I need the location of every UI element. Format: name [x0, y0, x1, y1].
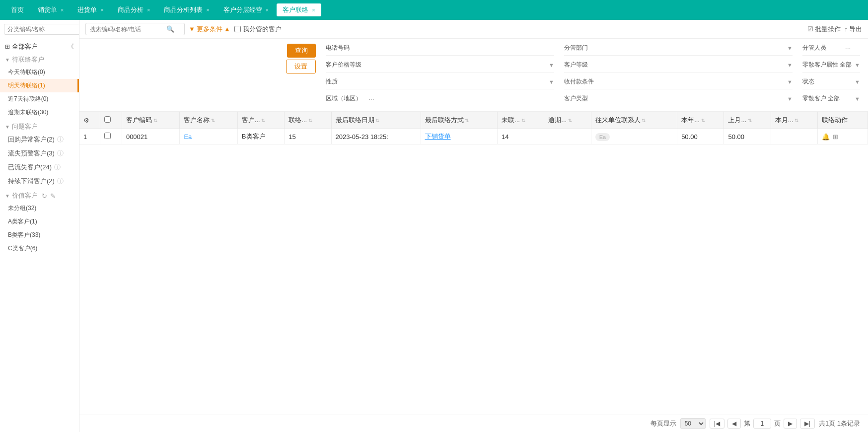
cell-last-method[interactable]: 下销货单 [421, 129, 497, 144]
nav-analysis-list[interactable]: 商品分析列表 × [158, 3, 215, 16]
action-bell-icon[interactable]: 🔔 [822, 133, 830, 141]
filter-payment-select[interactable]: ▼ [607, 79, 793, 85]
first-page-btn[interactable]: |◀ [710, 419, 724, 429]
col-type[interactable]: 客户... [237, 112, 284, 129]
filter-search-icon[interactable]: 🔍 [166, 25, 174, 33]
col-contact-person[interactable]: 往来单位联系人 [591, 112, 677, 129]
sidebar-item-churned[interactable]: 已流失客户(24) ⓘ [0, 160, 79, 174]
filter-scatter-customer-select[interactable]: ▼ [845, 96, 860, 102]
refresh-icon[interactable]: ↻ [42, 192, 47, 200]
chevron-nature-icon: ▼ [549, 79, 554, 85]
filter-nature-select[interactable]: ▼ [368, 79, 554, 85]
sidebar-search-input[interactable] [4, 24, 79, 35]
batch-op-btn[interactable]: ☑ 批量操作 [807, 25, 841, 34]
filter-price-grade-select[interactable]: ▼ [368, 62, 554, 68]
sidebar-item-tomorrow[interactable]: 明天待联络(1) [0, 79, 79, 92]
filter-phone-input[interactable] [368, 45, 554, 52]
col-checkbox[interactable] [100, 112, 122, 129]
cell-type: B类客户 [237, 129, 284, 144]
export-icon: ↑ [845, 25, 848, 33]
sidebar-item-week[interactable]: 近7天待联络(0) [0, 92, 79, 106]
row-checkbox[interactable] [104, 133, 111, 139]
col-year-amount[interactable]: 本年... [677, 112, 724, 129]
sidebar-item-c-class[interactable]: C类客户(6) [0, 242, 79, 255]
col-last-method[interactable]: 最后联络方式 [421, 112, 497, 129]
col-settings[interactable]: ⚙ [79, 112, 100, 129]
filter-region: 区域（地区） ··· [326, 94, 554, 106]
settings-icon[interactable]: ⚙ [83, 117, 89, 124]
pending-tri[interactable]: ▼ [5, 57, 10, 63]
nav-home[interactable]: 首页 [5, 3, 30, 16]
filter-dept-select[interactable]: ▼ [607, 45, 793, 51]
close-purchase-tab[interactable]: × [100, 7, 103, 13]
all-customers-section[interactable]: ⊞ 全部客户 《 [0, 39, 79, 52]
col-this-month[interactable]: 本月... [771, 112, 817, 129]
cell-checkbox[interactable] [100, 129, 122, 144]
filter-scatter-attr-select[interactable]: ▼ [855, 62, 860, 68]
page-input[interactable] [753, 419, 771, 429]
filter-customer-type-select[interactable]: ▼ [607, 96, 793, 102]
nav-customer-contact[interactable]: 客户联络 × [277, 3, 321, 16]
edit-icon[interactable]: ✎ [50, 192, 56, 200]
select-all-checkbox[interactable] [104, 116, 111, 123]
problem-tri[interactable]: ▼ [5, 124, 10, 130]
col-actions: 联络动作 [818, 112, 868, 129]
filter-customer-type: 客户类型 ▼ [564, 94, 793, 106]
per-page-select[interactable]: 50 100 200 [680, 418, 706, 429]
info-icon-repurchase: ⓘ [57, 136, 64, 143]
value-tri[interactable]: ▼ [5, 193, 10, 199]
sidebar-item-today[interactable]: 今天待联络(0) [0, 66, 79, 79]
table-footer: 每页显示 50 100 200 |◀ ◀ 第 页 ▶ ▶| 共1页 1条记录 [79, 415, 868, 432]
filter-search-box: 🔍 [85, 23, 185, 35]
sidebar-item-repurchase[interactable]: 回购异常客户(2) ⓘ [0, 133, 79, 146]
chevron-grade-icon: ▼ [787, 62, 793, 68]
close-sales-tab[interactable]: × [61, 7, 64, 13]
filter-status-select[interactable]: ▼ [845, 79, 860, 85]
filter-actions: 查询 设置 [87, 44, 316, 73]
query-button[interactable]: 查询 [287, 44, 316, 58]
prev-page-btn[interactable]: ◀ [727, 419, 741, 429]
close-segment-tab[interactable]: × [266, 7, 269, 13]
col-overdue[interactable]: 逾期... [544, 112, 591, 129]
sidebar-item-overdue[interactable]: 逾期未联络(30) [0, 106, 79, 119]
my-customers-check[interactable] [234, 26, 241, 32]
sidebar-item-b-class[interactable]: B类客户(33) [0, 228, 79, 242]
col-name[interactable]: 客户名称 [180, 112, 237, 129]
col-last-month[interactable]: 上月... [724, 112, 771, 129]
col-unlinked[interactable]: 未联... [498, 112, 544, 129]
filter-payment: 收付款条件 ▼ [564, 77, 793, 89]
filter-region-dots[interactable]: ··· [368, 95, 374, 103]
export-btn[interactable]: ↑ 导出 [845, 25, 863, 34]
per-page-label: 每页显示 [651, 419, 676, 428]
cell-actions: 🔔 ⊞ [818, 129, 868, 144]
sidebar-item-churn-warning[interactable]: 流失预警客户(3) ⓘ [0, 146, 79, 160]
content-area: 🔍 ▼ 更多条件 ▲ 我分管的客户 ☑ 批量操作 ↑ 导出 [79, 20, 868, 432]
filter-search-input[interactable] [90, 26, 164, 33]
nav-analysis[interactable]: 商品分析 × [112, 3, 156, 16]
close-contact-tab[interactable]: × [312, 7, 315, 13]
nav-sales[interactable]: 销货单 × [32, 3, 70, 16]
filter-customer-grade-select[interactable]: ▼ [607, 62, 793, 68]
nav-purchase[interactable]: 进货单 × [72, 3, 109, 16]
col-contact-count[interactable]: 联络... [285, 112, 331, 129]
sidebar-item-a-class[interactable]: A类客户(1) [0, 215, 79, 228]
filter-payment-label: 收付款条件 [564, 77, 604, 86]
action-menu-icon[interactable]: ⊞ [833, 133, 838, 141]
my-customers-checkbox[interactable]: 我分管的客户 [234, 25, 282, 34]
set-button[interactable]: 设置 [286, 60, 316, 73]
sidebar-item-ungrouped[interactable]: 未分组(32) [0, 202, 79, 215]
more-conditions-btn[interactable]: ▼ 更多条件 ▲ [189, 25, 230, 34]
collapse-icon[interactable]: 《 [68, 42, 74, 51]
col-code[interactable]: 客户编码 [122, 112, 179, 129]
col-last-date[interactable]: 最后联络日期 [331, 112, 421, 129]
nav-customer-segment[interactable]: 客户分层经营 × [217, 3, 275, 16]
info-icon-churned: ⓘ [54, 163, 61, 171]
close-analysis-list-tab[interactable]: × [206, 7, 209, 13]
cell-name[interactable]: Ea [180, 129, 237, 144]
next-page-btn[interactable]: ▶ [784, 419, 797, 429]
filter-manager-dots[interactable]: ··· [845, 44, 851, 52]
last-page-btn[interactable]: ▶| [800, 419, 815, 429]
info-icon-churn: ⓘ [57, 149, 64, 157]
sidebar-item-declining[interactable]: 持续下滑客户(2) ⓘ [0, 174, 79, 188]
close-analysis-tab[interactable]: × [147, 7, 150, 13]
